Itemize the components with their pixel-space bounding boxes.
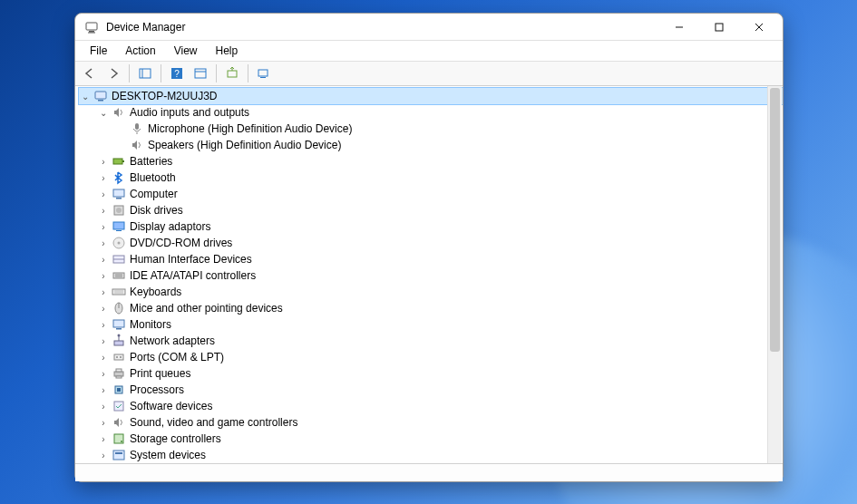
- expand-icon[interactable]: ›: [97, 188, 110, 200]
- tree-category[interactable]: ›Print queues: [97, 365, 783, 382]
- expand-icon[interactable]: ›: [97, 269, 110, 282]
- show-hide-button[interactable]: [134, 63, 156, 83]
- dvd-icon: [112, 236, 126, 250]
- svg-rect-52: [117, 388, 121, 392]
- expand-icon[interactable]: ›: [97, 302, 110, 315]
- svg-rect-13: [228, 71, 237, 77]
- expand-icon[interactable]: ›: [97, 220, 110, 233]
- tree-category[interactable]: ›Bluetooth: [97, 170, 783, 186]
- svg-rect-56: [113, 451, 124, 460]
- mic-icon: [130, 121, 144, 136]
- tree-node-label: Print queues: [130, 367, 190, 380]
- tree-node-label: Human Interface Devices: [130, 253, 252, 266]
- toolbar-separator: [161, 64, 161, 82]
- menu-file[interactable]: File: [81, 43, 116, 59]
- expand-icon[interactable]: ›: [97, 318, 110, 331]
- tree-category[interactable]: ›Keyboards: [97, 284, 783, 300]
- window-title: Device Manager: [106, 21, 185, 34]
- add-hardware-button[interactable]: [253, 63, 275, 83]
- svg-rect-23: [116, 198, 122, 199]
- tree-category[interactable]: ›Human Interface Devices: [97, 251, 783, 267]
- expand-icon[interactable]: ›: [97, 237, 110, 249]
- tree-category[interactable]: ›Computer: [97, 186, 783, 202]
- tree-category[interactable]: ›Disk drives: [97, 202, 783, 218]
- tree-device-microphone[interactable]: Microphone (High Definition Audio Device…: [115, 121, 783, 137]
- expand-icon[interactable]: ›: [97, 351, 110, 363]
- tree-category[interactable]: ›Network adapters: [97, 333, 783, 349]
- scroll-thumb[interactable]: [770, 88, 780, 352]
- collapse-icon[interactable]: ⌄: [79, 90, 92, 102]
- tree-category[interactable]: ›Monitors: [97, 316, 783, 333]
- svg-rect-18: [135, 123, 139, 130]
- menu-help[interactable]: Help: [207, 43, 248, 59]
- svg-rect-48: [114, 372, 123, 376]
- speaker-icon: [130, 138, 144, 152]
- tree-node-label: Storage controllers: [130, 432, 221, 445]
- tree-node-label: System devices: [130, 449, 206, 461]
- tree-category[interactable]: ›System devices: [97, 447, 783, 463]
- expand-icon[interactable]: ›: [97, 383, 110, 396]
- svg-rect-26: [113, 222, 124, 229]
- help-button[interactable]: ?: [166, 63, 188, 83]
- properties-button[interactable]: [190, 63, 211, 83]
- svg-rect-41: [116, 328, 122, 330]
- expand-icon[interactable]: ›: [97, 400, 110, 412]
- svg-rect-21: [122, 160, 124, 162]
- tree-category[interactable]: ›Mice and other pointing devices: [97, 300, 783, 316]
- cpu-icon: [112, 383, 126, 397]
- expand-icon[interactable]: ›: [97, 432, 110, 445]
- expand-icon[interactable]: ›: [97, 367, 110, 380]
- tree-category[interactable]: ›DVD/CD-ROM drives: [97, 235, 783, 251]
- bluetooth-icon: [112, 170, 126, 185]
- svg-rect-35: [112, 289, 125, 295]
- tree-category[interactable]: ›Storage controllers: [97, 431, 783, 447]
- scan-hardware-button[interactable]: [221, 63, 243, 83]
- svg-rect-14: [258, 70, 268, 76]
- menu-action[interactable]: Action: [116, 43, 164, 59]
- keyboard-icon: [112, 285, 126, 299]
- titlebar[interactable]: Device Manager: [75, 14, 783, 41]
- svg-point-46: [116, 356, 118, 358]
- svg-rect-16: [95, 92, 106, 99]
- tree-category[interactable]: ›Sound, video and game controllers: [97, 414, 783, 431]
- tree-node-label: Audio inputs and outputs: [130, 106, 249, 119]
- tree-category[interactable]: ›Display adaptors: [97, 218, 783, 235]
- maximize-button[interactable]: [699, 15, 739, 40]
- expand-icon[interactable]: ›: [97, 286, 110, 298]
- expand-icon[interactable]: ›: [97, 416, 110, 429]
- close-button[interactable]: [739, 15, 779, 40]
- expand-icon[interactable]: ›: [97, 449, 110, 461]
- svg-text:?: ?: [174, 69, 180, 79]
- expand-icon[interactable]: ›: [97, 334, 110, 347]
- tree-category[interactable]: ›Batteries: [97, 153, 783, 170]
- toolbar-separator: [129, 64, 130, 82]
- nav-back-button[interactable]: [79, 63, 101, 83]
- svg-rect-4: [716, 24, 723, 31]
- tree-category[interactable]: ›IDE ATA/ATAPI controllers: [97, 267, 783, 284]
- minimize-button[interactable]: [659, 15, 699, 40]
- tree-root-node[interactable]: ⌄ DESKTOP-M2UUJ3D: [79, 88, 783, 104]
- vertical-scrollbar[interactable]: [767, 86, 782, 463]
- expand-icon[interactable]: ›: [97, 204, 110, 217]
- expand-icon[interactable]: ›: [97, 171, 110, 184]
- nav-forward-button[interactable]: [102, 63, 124, 83]
- expand-icon[interactable]: ›: [97, 253, 110, 266]
- port-icon: [112, 350, 126, 364]
- svg-point-44: [118, 334, 121, 337]
- tree-device-speakers[interactable]: Speakers (High Definition Audio Device): [115, 137, 783, 153]
- expand-icon[interactable]: ›: [97, 155, 110, 168]
- ide-icon: [112, 268, 126, 283]
- tree-node-label: Computer: [130, 188, 178, 200]
- app-icon: [84, 20, 99, 34]
- tree-node-label: Keyboards: [130, 286, 181, 298]
- tree-category[interactable]: ›Ports (COM & LPT): [97, 349, 783, 365]
- speaker-icon: [112, 415, 126, 430]
- device-tree-area[interactable]: ⌄ DESKTOP-M2UUJ3D ⌄ Audio inputs and o: [75, 86, 783, 463]
- collapse-icon[interactable]: ⌄: [97, 106, 110, 119]
- tree-category[interactable]: ›Software devices: [97, 398, 783, 414]
- menu-view[interactable]: View: [165, 43, 207, 59]
- tree-category[interactable]: ›Processors: [97, 382, 783, 398]
- device-manager-window: Device Manager File Action View Help ? ⌄: [74, 13, 784, 482]
- tree-category-audio[interactable]: ⌄ Audio inputs and outputs: [97, 104, 783, 121]
- tree-node-label: Sound, video and game controllers: [130, 416, 297, 429]
